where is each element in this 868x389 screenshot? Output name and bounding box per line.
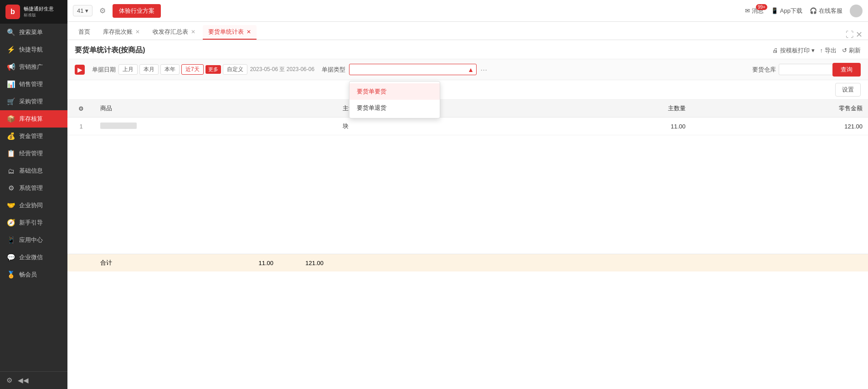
sidebar-item-purchase[interactable]: 🛒 采购管理: [0, 93, 67, 110]
finance-icon: 💰: [6, 132, 15, 140]
filter-more-options[interactable]: ···: [480, 66, 487, 74]
sidebar-item-enterprise-label: 企业协同: [19, 201, 43, 210]
message-icon: ✉: [745, 7, 750, 14]
date-more-btn[interactable]: 更多: [205, 65, 221, 74]
store-dropdown-icon: ▾: [85, 7, 88, 14]
sidebar-item-marketing-label: 营销推广: [19, 63, 43, 71]
page-header: 要货单统计表(按商品) 🖨 按模板打印 ▾ ↑ 导出 ↺ 刷新: [67, 40, 868, 59]
refresh-icon: ↺: [842, 47, 847, 54]
search-nav-icon: 🔍: [6, 28, 15, 36]
row-product: [95, 118, 337, 135]
table-area: ⚙ 商品 主计量单位 主数量 零售金额 1 块 11.00 121.00: [67, 100, 868, 135]
messages-button[interactable]: ✉ 消息 99+: [745, 7, 764, 15]
type-dropdown-arrow[interactable]: ▲: [467, 66, 474, 73]
settings-bottom-icon[interactable]: ⚙: [6, 376, 12, 384]
sales-icon: 📊: [6, 80, 15, 88]
page-title: 要货单统计表(按商品): [75, 46, 145, 55]
sidebar-item-shortcut[interactable]: ⚡ 快捷导航: [0, 41, 67, 58]
export-icon: ↑: [820, 47, 823, 54]
collapse-sidebar-icon[interactable]: ◀◀: [18, 376, 29, 384]
row-qty: 11.00: [544, 118, 691, 135]
tab-expand-icon: ⛶: [846, 30, 854, 40]
sidebar-item-system[interactable]: ⚙ 系统管理: [0, 179, 67, 197]
tab-inventory-batch[interactable]: 库存批次账 ✕: [98, 25, 145, 40]
message-badge: 99+: [756, 4, 767, 10]
basic-icon: 🗂: [6, 167, 15, 175]
sidebar-logo: b 畅捷通好生意 标准版: [0, 0, 67, 24]
sidebar-item-operations[interactable]: 📋 经营管理: [0, 145, 67, 162]
tab-home[interactable]: 首页: [73, 25, 96, 40]
sidebar-item-guide-label: 新手引导: [19, 219, 43, 227]
print-template-button[interactable]: 🖨 按模板打印 ▾: [772, 46, 815, 55]
print-label: 按模板打印: [780, 46, 810, 55]
online-service-button[interactable]: 🎧 在线客服: [810, 7, 842, 15]
sidebar-item-appstore[interactable]: 📱 应用中心: [0, 231, 67, 249]
date-last-month-btn[interactable]: 上月: [118, 64, 138, 75]
tab-expand-button[interactable]: ⛶ ✕: [846, 30, 863, 40]
setup-button[interactable]: 设置: [835, 83, 861, 97]
query-button[interactable]: 查询: [832, 63, 861, 77]
refresh-label: 刷新: [849, 46, 861, 55]
date-this-month-btn[interactable]: 本月: [139, 64, 159, 75]
sidebar-item-search[interactable]: 🔍 搜索菜单: [0, 24, 67, 41]
app-download-icon: 📱: [771, 7, 778, 14]
sidebar-nav: 🔍 搜索菜单 ⚡ 快捷导航 📢 营销推广 📊 销售管理 🛒 采购管理 📦 库存核…: [0, 24, 67, 371]
tab-inventory-batch-close[interactable]: ✕: [135, 29, 140, 35]
appstore-icon: 📱: [6, 236, 15, 244]
store-selector[interactable]: 41 ▾: [73, 5, 92, 16]
tab-order-stats-close[interactable]: ✕: [247, 29, 251, 35]
sidebar-item-wechat[interactable]: 💬 企业微信: [0, 249, 67, 266]
trial-industry-button[interactable]: 体验行业方案: [113, 4, 161, 18]
sidebar-item-guide[interactable]: 🧭 新手引导: [0, 214, 67, 231]
date-last7days-btn[interactable]: 近7天: [181, 64, 204, 75]
footer-label: 合计: [100, 259, 191, 267]
setup-bar: 设置: [67, 80, 868, 100]
refresh-button[interactable]: ↺ 刷新: [842, 46, 861, 55]
system-icon: ⚙: [6, 184, 15, 192]
filter-expand-button[interactable]: ▶: [75, 65, 85, 75]
sidebar-item-wechat-label: 企业微信: [19, 253, 43, 261]
topbar-right: ✉ 消息 99+ 📱 App下载 🎧 在线客服: [745, 5, 863, 17]
topbar-settings-button[interactable]: ⚙: [96, 5, 109, 17]
logo-text-group: 畅捷通好生意 标准版: [24, 5, 54, 18]
date-range-text: 2023-05-06 至 2023-06-06: [250, 66, 314, 73]
content-area: 要货单统计表(按商品) 🖨 按模板打印 ▾ ↑ 导出 ↺ 刷新 ▶: [67, 40, 868, 389]
sidebar-item-member[interactable]: 🏅 畅会员: [0, 266, 67, 283]
col-settings[interactable]: ⚙: [67, 100, 95, 118]
tab-inventory-batch-label: 库存批次账: [103, 28, 133, 36]
type-filter-group: 单据类型 ▲ 要货单要货 要货单退货 ···: [322, 64, 487, 75]
sidebar-item-finance[interactable]: 💰 资金管理: [0, 128, 67, 145]
table-footer: 合计 11.00 121.00: [67, 254, 868, 271]
sidebar-item-sales[interactable]: 📊 销售管理: [0, 76, 67, 93]
print-dropdown-icon: ▾: [812, 47, 815, 54]
app-download-button[interactable]: 📱 App下载: [771, 7, 802, 15]
sidebar: b 畅捷通好生意 标准版 🔍 搜索菜单 ⚡ 快捷导航 📢 营销推广 📊 销售管理…: [0, 0, 67, 389]
sidebar-item-inventory[interactable]: 📦 库存核算: [0, 110, 67, 128]
table-header: ⚙ 商品 主计量单位 主数量 零售金额: [67, 100, 868, 118]
dropdown-option-order-delivery[interactable]: 要货单要货: [349, 83, 440, 100]
sidebar-item-basic[interactable]: 🗂 基础信息: [0, 162, 67, 179]
sidebar-item-marketing[interactable]: 📢 营销推广: [0, 58, 67, 76]
user-avatar[interactable]: [850, 5, 863, 17]
sidebar-item-finance-label: 资金管理: [19, 132, 43, 140]
guide-icon: 🧭: [6, 219, 15, 227]
type-dropdown-menu: 要货单要货 要货单退货: [349, 81, 440, 118]
print-icon: 🖨: [772, 47, 778, 54]
export-button[interactable]: ↑ 导出: [820, 46, 837, 55]
app-download-label: App下载: [780, 7, 802, 15]
tab-receive-summary[interactable]: 收发存汇总表 ✕: [147, 25, 201, 40]
dropdown-option-order-return[interactable]: 要货单退货: [349, 100, 440, 116]
online-service-icon: 🎧: [810, 7, 817, 14]
tab-order-stats[interactable]: 要货单统计表 ✕: [203, 25, 257, 40]
col-product: 商品: [95, 100, 337, 118]
shortcut-icon: ⚡: [6, 46, 15, 54]
table-empty-space: [67, 135, 868, 254]
row-unit: 块: [337, 118, 544, 135]
enterprise-icon: 🤝: [6, 201, 15, 210]
date-this-year-btn[interactable]: 本年: [160, 64, 180, 75]
sidebar-item-enterprise[interactable]: 🤝 企业协同: [0, 197, 67, 214]
type-filter-input[interactable]: [349, 64, 477, 75]
date-custom-btn[interactable]: 自定义: [223, 64, 247, 75]
tab-receive-summary-close[interactable]: ✕: [191, 29, 195, 35]
store-number: 41: [77, 7, 83, 14]
